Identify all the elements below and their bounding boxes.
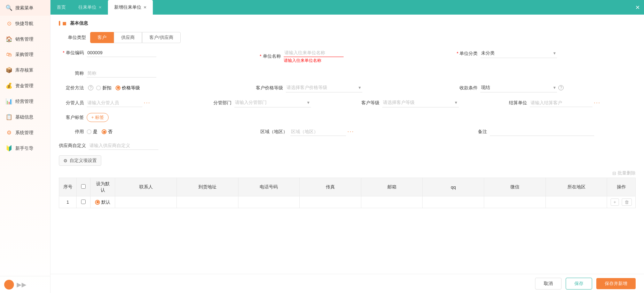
default-radio-inner [96, 201, 99, 203]
section-icon: ◼ [62, 21, 66, 26]
phone-input[interactable] [242, 200, 296, 205]
row-region[interactable] [545, 196, 607, 208]
tag-label: 客户标签 [59, 114, 87, 121]
add-tag-button[interactable]: + 标签 [87, 113, 109, 122]
unit-type-customer[interactable]: 客户 [90, 32, 114, 43]
quick-nav-icon: ⊙ [6, 20, 13, 27]
row-email[interactable] [361, 196, 423, 208]
batch-delete-label[interactable]: 批量删除 [618, 170, 636, 176]
name-input[interactable] [284, 49, 344, 57]
sidebar-item-guide[interactable]: 🔰 新手引导 [0, 140, 50, 156]
remark-input[interactable] [490, 128, 594, 136]
radio-disable-no-inner [103, 131, 105, 133]
save-button[interactable]: 保存 [566, 278, 592, 290]
sidebar-item-finance[interactable]: 💰 资金管理 [0, 78, 50, 93]
sidebar-expand-icon[interactable]: ▶▶ [17, 281, 26, 288]
field-pricing: 定价方法 ? 折扣 价格等级 [59, 85, 242, 91]
manager-input[interactable] [87, 99, 142, 107]
unit-type-both[interactable]: 客户/供应商 [142, 32, 181, 43]
radio-disable-yes-label: 是 [93, 129, 97, 135]
field-customer-price: 客户价格等级 请选择客户价格等级 ▼ [256, 83, 439, 92]
sidebar-item-label: 搜索菜单 [15, 5, 33, 11]
radio-price-level-circle [116, 86, 120, 90]
row-actions-cell: + 🗑 [607, 196, 636, 208]
dept-select[interactable]: 请输入分管部门 ▼ [234, 98, 311, 107]
sidebar-item-operations[interactable]: 📊 经营管理 [0, 93, 50, 109]
customer-level-select[interactable]: 请选择客户等级 ▼ [382, 98, 459, 107]
sidebar-item-purchase[interactable]: 🛍 采购管理 [0, 47, 50, 62]
save-new-button[interactable]: 保存并新增 [596, 278, 636, 289]
col-fax: 传真 [300, 178, 361, 196]
settlement-more-btn[interactable]: ··· [592, 100, 602, 106]
disable-label: 停用 [59, 129, 87, 135]
area-input[interactable] [290, 128, 346, 136]
category-select[interactable]: 未分类 ▼ [480, 49, 557, 58]
delete-row-button[interactable]: 🗑 [622, 198, 632, 206]
row-checkbox[interactable] [77, 196, 91, 208]
wechat-input[interactable] [488, 200, 542, 205]
qq-input[interactable] [426, 200, 480, 205]
row-contact[interactable] [115, 196, 177, 208]
add-row-button[interactable]: + [611, 198, 619, 206]
radio-discount[interactable]: 折扣 [96, 85, 111, 91]
code-input[interactable] [87, 49, 156, 57]
unit-type-row: 单位类型 客户 供应商 客户/供应商 [59, 32, 636, 43]
row-phone[interactable] [238, 196, 300, 208]
field-supplier-custom: 供应商自定义 [59, 141, 636, 150]
unit-type-supplier[interactable]: 供应商 [114, 32, 142, 43]
name-error-text: 请输入往来单位名称 [284, 58, 344, 64]
customer-level-chevron: ▼ [454, 100, 458, 105]
customer-price-select[interactable]: 请选择客户价格等级 ▼ [286, 83, 362, 92]
row-fax[interactable] [300, 196, 361, 208]
payment-select[interactable]: 现结 ▼ [480, 83, 557, 92]
tab-partners[interactable]: 往来单位 ✕ [72, 0, 108, 15]
radio-disable-yes[interactable]: 是 [87, 129, 97, 135]
sidebar-item-sales[interactable]: 🏠 销售管理 [0, 31, 50, 47]
sidebar-item-system[interactable]: ⚙ 系统管理 [0, 125, 50, 140]
default-radio-item[interactable]: 默认 [94, 199, 111, 205]
row-qq[interactable] [423, 196, 484, 208]
main-area: 首页 往来单位 ✕ 新增往来单位 ✕ ✕ ◼ 基本信息 单位类型 客户 供应商 … [50, 0, 644, 293]
field-payment: 收款条件 现结 ▼ ? [453, 83, 636, 92]
settlement-input[interactable] [530, 99, 592, 107]
email-input[interactable] [365, 200, 419, 205]
tab-home[interactable]: 首页 [50, 0, 72, 15]
radio-price-level[interactable]: 价格等级 [116, 85, 140, 91]
tab-close-partners[interactable]: ✕ [99, 5, 102, 10]
sidebar-item-quick-nav[interactable]: ⊙ 快捷导航 [0, 16, 50, 31]
tab-new-partner[interactable]: 新增往来单位 ✕ [108, 0, 153, 15]
pricing-help-icon[interactable]: ? [88, 85, 93, 90]
manager-label: 分管人员 [59, 100, 87, 106]
area-more-btn[interactable]: ··· [346, 129, 355, 135]
cancel-button[interactable]: 取消 [535, 278, 561, 290]
radio-disable-no[interactable]: 否 [102, 129, 112, 135]
manager-more-btn[interactable]: ··· [142, 100, 152, 106]
field-area: 区域（地区） ··· [260, 128, 434, 136]
address-input[interactable] [180, 200, 235, 205]
custom-settings-button[interactable]: ⚙ 自定义项设置 [59, 155, 101, 166]
payment-help-icon[interactable]: ? [558, 85, 564, 90]
sidebar-item-search[interactable]: 🔍 搜索菜单 [0, 0, 50, 16]
tabbar-close-button[interactable]: ✕ [635, 4, 640, 11]
dept-chevron: ▼ [306, 100, 310, 105]
field-tag: 客户标签 + 标签 [59, 113, 636, 122]
sidebar-item-basic-info[interactable]: 📋 基础信息 [0, 109, 50, 125]
col-wechat: 微信 [484, 178, 546, 196]
sidebar-item-inventory[interactable]: 📦 库存核算 [0, 62, 50, 78]
section-title: ◼ 基本信息 [59, 20, 636, 26]
supplier-custom-input[interactable] [89, 141, 158, 150]
category-value: 未分类 [481, 50, 551, 56]
row-checkbox-input[interactable] [81, 200, 86, 204]
region-input[interactable] [549, 200, 604, 205]
row-default-radio[interactable]: 默认 [91, 196, 115, 208]
select-all-checkbox[interactable] [81, 184, 86, 189]
tab-close-new-partner[interactable]: ✕ [143, 5, 147, 10]
sidebar-item-label: 资金管理 [15, 83, 33, 89]
fax-input[interactable] [303, 200, 358, 205]
basic-info-icon: 📋 [6, 114, 13, 120]
short-name-input[interactable] [87, 69, 156, 78]
form-row-short-name: 简称 [59, 69, 636, 78]
contact-input[interactable] [119, 200, 173, 205]
row-wechat[interactable] [484, 196, 546, 208]
row-address[interactable] [176, 196, 238, 208]
